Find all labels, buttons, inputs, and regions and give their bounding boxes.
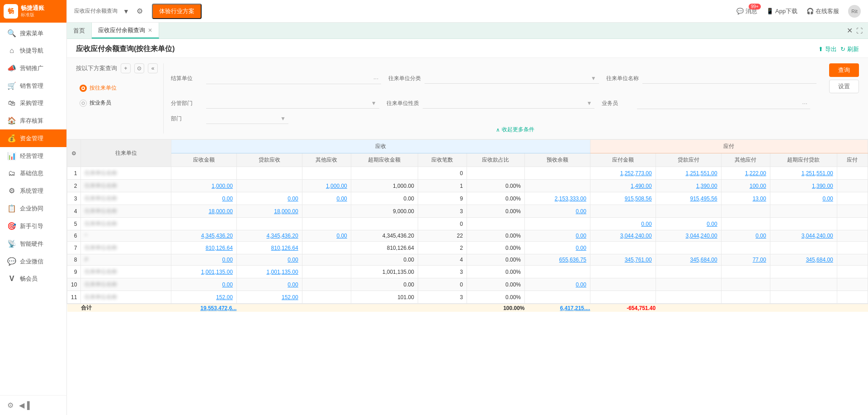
table-cell[interactable]: 1,000.00 bbox=[171, 180, 236, 192]
refresh-btn[interactable]: ↻ 刷新 bbox=[840, 45, 859, 53]
table-cell[interactable]: 0.00 bbox=[590, 218, 656, 230]
query-button[interactable]: 查询 bbox=[829, 63, 859, 77]
table-cell[interactable]: 1,490.00 bbox=[590, 180, 656, 192]
topbar-gear-icon[interactable]: ⚙ bbox=[137, 7, 143, 15]
setting-button[interactable]: 设置 bbox=[829, 80, 859, 93]
table-cell[interactable]: 152.00 bbox=[171, 291, 236, 304]
branch-select[interactable]: ▼ bbox=[206, 98, 379, 109]
sidebar-item-purchase[interactable]: 🛍 采购管理 bbox=[0, 95, 66, 112]
table-cell[interactable]: 4,345,436.20 bbox=[236, 230, 302, 242]
tab-arbalance-close[interactable]: ✕ bbox=[148, 27, 152, 33]
table-cell[interactable]: 810,126.64 bbox=[236, 242, 302, 254]
sidebar-settings-btn[interactable]: ⚙ bbox=[7, 401, 14, 410]
table-cell[interactable]: 1,001,135.00 bbox=[236, 266, 302, 278]
table-cell[interactable]: 13.00 bbox=[721, 192, 770, 205]
table-cell[interactable]: 0.00 bbox=[302, 192, 351, 205]
col-ar-count: 应收笔数 bbox=[418, 153, 467, 167]
table-cell[interactable]: 4,345,436.20 bbox=[171, 230, 236, 242]
table-cell[interactable]: 345,684.00 bbox=[770, 254, 837, 266]
table-cell[interactable]: 1,390.00 bbox=[770, 180, 837, 192]
table-cell[interactable]: 0.00 bbox=[770, 192, 837, 205]
table-settings-col[interactable]: ⚙ bbox=[67, 140, 81, 167]
table-cell[interactable]: 0.00 bbox=[525, 230, 590, 242]
sidebar-item-system[interactable]: ⚙ 系统管理 bbox=[0, 182, 66, 200]
table-cell[interactable]: 0.00 bbox=[721, 230, 770, 242]
sidebar-item-marketing[interactable]: 📣 营销推广 bbox=[0, 59, 66, 77]
table-cell[interactable]: 0.00 bbox=[525, 242, 590, 254]
promo-button[interactable]: 体验行业方案 bbox=[152, 4, 202, 19]
table-cell[interactable]: 915,495.56 bbox=[656, 192, 721, 205]
table-cell[interactable]: 3,044,240.00 bbox=[770, 230, 837, 242]
table-cell[interactable]: 0.00 bbox=[525, 278, 590, 291]
tab-maximize-btn[interactable]: ⛶ bbox=[856, 27, 863, 34]
table-cell[interactable]: 100.00 bbox=[721, 180, 770, 192]
breadcrumb-dropdown[interactable]: ▼ bbox=[123, 8, 129, 15]
collapse-scheme-btn[interactable]: « bbox=[148, 63, 158, 73]
table-cell[interactable]: 152.00 bbox=[236, 291, 302, 304]
col-ap-overdue: 超期应付贷款 bbox=[770, 153, 837, 167]
partner-cat-select[interactable]: ▼ bbox=[425, 73, 599, 84]
sidebar-item-hardware[interactable]: 📡 智能硬件 bbox=[0, 235, 66, 253]
table-cell[interactable]: 0.00 bbox=[236, 192, 302, 205]
table-cell[interactable]: 655,636.75 bbox=[525, 254, 590, 266]
footer-ar-amt[interactable]: 19,553,472,6... bbox=[171, 304, 236, 312]
table-cell[interactable]: 0.00 bbox=[525, 205, 590, 218]
scheme-by-partner[interactable]: 按往来单位 bbox=[76, 82, 158, 94]
table-cell[interactable]: 345,761.00 bbox=[590, 254, 656, 266]
table-cell[interactable]: 0.00 bbox=[656, 218, 721, 230]
tab-close-window-btn[interactable]: ✕ bbox=[847, 26, 853, 35]
table-cell[interactable]: 1,251,551.00 bbox=[656, 167, 721, 180]
table-cell[interactable]: 3,044,240.00 bbox=[656, 230, 721, 242]
scheme-by-salesman[interactable]: 按业务员 bbox=[76, 97, 158, 109]
salesman-input[interactable]: ··· bbox=[637, 98, 810, 109]
app-download-btn[interactable]: 📱 App下载 bbox=[766, 7, 797, 15]
table-cell[interactable]: 345,684.00 bbox=[656, 254, 721, 266]
sidebar-collapse-btn[interactable]: ◀▐ bbox=[19, 401, 29, 410]
table-cell[interactable]: 1,390.00 bbox=[656, 180, 721, 192]
sidebar-item-guide[interactable]: 🎯 新手引导 bbox=[0, 217, 66, 235]
table-cell[interactable]: 1,222.00 bbox=[721, 167, 770, 180]
sidebar-item-capital[interactable]: 💰 资金管理 bbox=[0, 129, 66, 147]
dept-select[interactable]: ▼ bbox=[206, 114, 288, 124]
export-btn[interactable]: ⬆ 导出 bbox=[818, 45, 837, 53]
table-cell[interactable]: 810,126.64 bbox=[171, 242, 236, 254]
tab-arbalance[interactable]: 应收应付余额查询 ✕ bbox=[92, 23, 159, 38]
table-cell[interactable]: 915,508.56 bbox=[590, 192, 656, 205]
sidebar-item-basic[interactable]: 🗂 基础信息 bbox=[0, 165, 66, 182]
sidebar-item-operation[interactable]: 📊 经营管理 bbox=[0, 147, 66, 165]
table-cell[interactable]: 1,252,773.00 bbox=[590, 167, 656, 180]
tab-home[interactable]: 首页 bbox=[67, 23, 92, 38]
table-cell[interactable]: 0.00 bbox=[236, 278, 302, 291]
sidebar-item-wechat[interactable]: 💬 企业微信 bbox=[0, 253, 66, 270]
sidebar-item-sales[interactable]: 🛒 销售管理 bbox=[0, 77, 66, 95]
sidebar-item-inventory[interactable]: 🏠 库存核算 bbox=[0, 112, 66, 129]
sidebar-item-nav[interactable]: ⌂ 快捷导航 bbox=[0, 42, 66, 59]
table-cell[interactable]: 0.00 bbox=[171, 254, 236, 266]
table-cell[interactable]: 18,000.00 bbox=[236, 205, 302, 218]
table-cell: 101.00 bbox=[351, 291, 418, 304]
table-cell[interactable]: 1,001,135.00 bbox=[171, 266, 236, 278]
table-cell[interactable]: 0.00 bbox=[236, 254, 302, 266]
partner-name-input[interactable] bbox=[642, 73, 816, 84]
table-cell[interactable]: 3,044,240.00 bbox=[590, 230, 656, 242]
add-scheme-btn[interactable]: + bbox=[121, 63, 131, 73]
user-avatar[interactable]: Rit bbox=[848, 5, 861, 18]
sidebar-item-vip[interactable]: V 畅会员 bbox=[0, 270, 66, 287]
settlement-input[interactable]: ··· bbox=[206, 73, 381, 84]
collapse-more-btn[interactable]: ∧ 收起更多条件 bbox=[171, 126, 859, 134]
service-btn[interactable]: 🎧 在线客服 bbox=[807, 7, 839, 15]
table-cell[interactable]: 77.00 bbox=[721, 254, 770, 266]
sidebar-item-search[interactable]: 🔍 搜索菜单 bbox=[0, 24, 66, 42]
table-cell[interactable]: 2,153,333.00 bbox=[525, 192, 590, 205]
footer-prepay[interactable]: 6,417,215.... bbox=[525, 304, 590, 312]
message-btn[interactable]: 💬 消息 99+ bbox=[736, 7, 757, 15]
table-cell[interactable]: 0.00 bbox=[171, 192, 236, 205]
table-cell[interactable]: 1,251,551.00 bbox=[770, 167, 837, 180]
table-cell[interactable]: 1,000.00 bbox=[302, 180, 351, 192]
partner-nature-select[interactable]: ▼ bbox=[423, 98, 595, 109]
edit-scheme-btn[interactable]: ⊙ bbox=[134, 63, 144, 73]
table-cell[interactable]: 18,000.00 bbox=[171, 205, 236, 218]
table-cell[interactable]: 0.00 bbox=[302, 230, 351, 242]
table-cell[interactable]: 0.00 bbox=[171, 278, 236, 291]
sidebar-item-corp[interactable]: 📋 企业协同 bbox=[0, 200, 66, 217]
